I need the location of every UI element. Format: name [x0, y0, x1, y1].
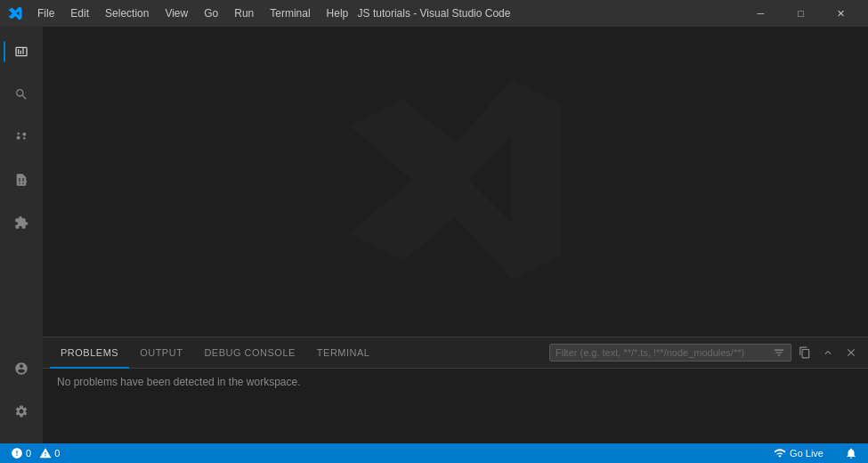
- activity-source-control[interactable]: [4, 119, 39, 155]
- status-errors[interactable]: 0 0: [7, 443, 63, 463]
- no-problems-message: No problems have been detected in the wo…: [57, 376, 301, 388]
- filter-input-wrapper: [549, 344, 791, 361]
- menu-bar: File Edit Selection View Go Run Terminal…: [30, 5, 355, 21]
- menu-terminal[interactable]: Terminal: [263, 5, 317, 21]
- editor-area: [43, 27, 868, 337]
- status-notifications[interactable]: [841, 443, 861, 463]
- go-live-button[interactable]: Go Live: [767, 443, 831, 463]
- warning-count: 0: [54, 448, 60, 459]
- tab-problems[interactable]: PROBLEMS: [50, 337, 129, 369]
- error-icon: [11, 447, 23, 459]
- close-button[interactable]: ✕: [821, 0, 861, 27]
- tab-output[interactable]: OUTPUT: [129, 337, 193, 369]
- minimize-button[interactable]: ─: [741, 0, 781, 27]
- activity-search[interactable]: [4, 77, 39, 112]
- titlebar-left: File Edit Selection View Go Run Terminal…: [7, 5, 355, 21]
- copy-panel-button[interactable]: [795, 343, 815, 362]
- panel-content: No problems have been detected in the wo…: [43, 369, 868, 443]
- panel-tab-bar: PROBLEMS OUTPUT DEBUG CONSOLE TERMINAL: [43, 337, 868, 369]
- titlebar-controls: ─ □ ✕: [741, 0, 861, 27]
- activity-run-debug[interactable]: [4, 162, 39, 198]
- status-right: Go Live: [767, 443, 861, 463]
- filter-icon: [773, 346, 785, 359]
- menu-selection[interactable]: Selection: [98, 5, 156, 21]
- activity-explorer[interactable]: [4, 34, 39, 69]
- broadcast-icon: [774, 447, 786, 459]
- panel: PROBLEMS OUTPUT DEBUG CONSOLE TERMINAL: [43, 337, 868, 443]
- activity-settings[interactable]: [4, 394, 39, 429]
- menu-file[interactable]: File: [30, 5, 61, 21]
- vscode-logo-icon: [7, 5, 23, 21]
- tab-debug-console[interactable]: DEBUG CONSOLE: [193, 337, 305, 369]
- maximize-button[interactable]: □: [781, 0, 821, 27]
- tab-terminal[interactable]: TERMINAL: [306, 337, 381, 369]
- status-bar: 0 0 Go Live: [0, 443, 868, 463]
- window-title: JS tutorials - Visual Studio Code: [358, 7, 511, 20]
- collapse-panel-button[interactable]: [818, 343, 838, 362]
- notifications-icon: [845, 447, 857, 459]
- menu-help[interactable]: Help: [320, 5, 356, 21]
- activity-extensions[interactable]: [4, 205, 39, 240]
- go-live-label: Go Live: [790, 448, 823, 459]
- content-area: PROBLEMS OUTPUT DEBUG CONSOLE TERMINAL: [43, 27, 868, 443]
- menu-view[interactable]: View: [158, 5, 195, 21]
- menu-go[interactable]: Go: [197, 5, 225, 21]
- activity-bar: [0, 27, 43, 443]
- filter-input[interactable]: [556, 347, 769, 358]
- status-left: 0 0: [7, 443, 63, 463]
- error-count: 0: [26, 448, 31, 459]
- close-panel-button[interactable]: [841, 343, 861, 362]
- menu-run[interactable]: Run: [227, 5, 261, 21]
- activity-account[interactable]: [4, 351, 39, 386]
- menu-edit[interactable]: Edit: [63, 5, 96, 21]
- titlebar: File Edit Selection View Go Run Terminal…: [0, 0, 868, 27]
- panel-actions: [549, 343, 861, 362]
- main-layout: PROBLEMS OUTPUT DEBUG CONSOLE TERMINAL: [0, 27, 868, 443]
- vscode-watermark: [331, 55, 580, 308]
- warning-icon: [39, 447, 52, 459]
- activity-bottom: [4, 351, 39, 436]
